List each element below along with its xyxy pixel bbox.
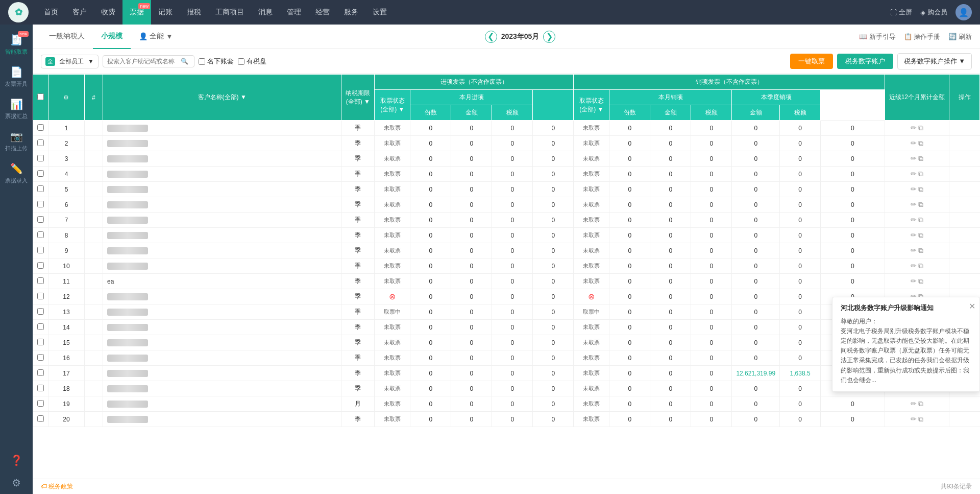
sidebar-item-scan[interactable]: 📷 扫描上传: [0, 125, 33, 157]
has-tax-filter[interactable]: 有税盘: [238, 57, 266, 66]
sub-account-checkbox[interactable]: [199, 58, 205, 65]
user-avatar[interactable]: 👤: [955, 4, 972, 20]
copy-icon[interactable]: ⧉: [918, 124, 923, 132]
edit-icon[interactable]: ✏: [911, 415, 917, 423]
row-check[interactable]: [33, 136, 48, 151]
nav-customer[interactable]: 客户: [65, 0, 94, 25]
row-check[interactable]: [33, 243, 48, 258]
row-check[interactable]: [33, 182, 48, 197]
row-name[interactable]: [103, 366, 341, 381]
row-name[interactable]: [103, 381, 341, 396]
edit-icon[interactable]: ✏: [911, 185, 917, 193]
th-config[interactable]: ⚙: [48, 75, 85, 121]
row-name[interactable]: [103, 243, 341, 258]
row-check[interactable]: [33, 167, 48, 182]
row-check[interactable]: [33, 381, 48, 396]
row-name[interactable]: [103, 228, 341, 243]
row-name[interactable]: [103, 121, 341, 136]
sidebar-item-summary[interactable]: 📊 票据汇总: [0, 93, 33, 125]
copy-icon[interactable]: ⧉: [918, 154, 923, 162]
row-name[interactable]: [103, 396, 341, 412]
th-out-status[interactable]: 取票状态(全部) ▼: [574, 90, 609, 121]
row-check[interactable]: [33, 396, 48, 412]
edit-icon[interactable]: ✏: [911, 277, 917, 285]
next-month-btn[interactable]: ❯: [543, 31, 555, 43]
new-guide-btn[interactable]: 📖 新手引导: [859, 32, 896, 41]
edit-icon[interactable]: ✏: [911, 139, 917, 147]
row-name[interactable]: [103, 151, 341, 167]
copy-icon[interactable]: ⧉: [918, 185, 923, 193]
row-name[interactable]: [103, 289, 341, 304]
row-check[interactable]: [33, 197, 48, 213]
refresh-btn[interactable]: 🔄 刷新: [948, 32, 972, 41]
copy-icon[interactable]: ⧉: [918, 170, 923, 178]
tab-all[interactable]: 👤 全能 ▼: [131, 25, 181, 49]
nav-message[interactable]: 消息: [251, 0, 280, 25]
nav-manage[interactable]: 管理: [280, 0, 308, 25]
copy-icon[interactable]: ⧉: [918, 277, 923, 285]
tab-small-scale[interactable]: 小规模: [93, 25, 131, 49]
row-check[interactable]: [33, 258, 48, 274]
employee-filter[interactable]: 全 全部员工 ▼: [41, 55, 99, 68]
copy-icon[interactable]: ⧉: [918, 399, 923, 408]
nav-settings[interactable]: 设置: [365, 0, 394, 25]
row-name[interactable]: [103, 335, 341, 350]
nav-service[interactable]: 服务: [337, 0, 365, 25]
fullscreen-btn[interactable]: ⛶ 全屏: [890, 8, 912, 17]
edit-icon[interactable]: ✏: [911, 246, 917, 254]
copy-icon[interactable]: ⧉: [918, 200, 923, 208]
nav-invoice[interactable]: 票据 new: [122, 0, 151, 25]
edit-icon[interactable]: ✏: [911, 216, 917, 224]
select-all-checkbox[interactable]: [37, 93, 44, 100]
nav-home[interactable]: 首页: [37, 0, 65, 25]
prev-month-btn[interactable]: ❮: [485, 31, 497, 43]
edit-icon[interactable]: ✏: [911, 124, 917, 132]
row-name[interactable]: [103, 304, 341, 320]
row-name[interactable]: [103, 167, 341, 182]
tab-general[interactable]: 一般纳税人: [41, 25, 93, 49]
th-name[interactable]: 客户名称(全部) ▼: [103, 75, 341, 121]
row-check[interactable]: [33, 274, 48, 289]
sidebar-item-smart-invoice[interactable]: 🧾 智能取票 new: [0, 29, 33, 61]
copy-icon[interactable]: ⧉: [918, 415, 923, 423]
sidebar-item-bottom[interactable]: ⚙: [0, 472, 33, 494]
nav-accounting[interactable]: 记账: [151, 0, 180, 25]
copy-icon[interactable]: ⧉: [918, 262, 923, 270]
member-btn[interactable]: ◈ 购会员: [920, 8, 947, 17]
row-name[interactable]: [103, 320, 341, 335]
manual-btn[interactable]: 📋 操作手册: [904, 32, 941, 41]
row-check[interactable]: [33, 320, 48, 335]
row-check[interactable]: [33, 412, 48, 427]
edit-icon[interactable]: ✏: [911, 231, 917, 239]
tax-ops-btn[interactable]: 税务数字账户操作 ▼: [897, 53, 972, 69]
th-period[interactable]: 纳税期限(全部) ▼: [341, 75, 375, 121]
tax-policy-link[interactable]: 🏷 税务政策: [41, 482, 73, 491]
nav-fee[interactable]: 收费: [94, 0, 122, 25]
one-click-btn[interactable]: 一键取票: [790, 54, 833, 69]
copy-icon[interactable]: ⧉: [918, 246, 923, 254]
row-check[interactable]: [33, 350, 48, 366]
row-check[interactable]: [33, 213, 48, 228]
sub-account-filter[interactable]: 名下账套: [199, 57, 234, 66]
search-input[interactable]: [107, 58, 179, 65]
has-tax-checkbox[interactable]: [238, 58, 244, 65]
row-name[interactable]: [103, 182, 341, 197]
sidebar-item-help[interactable]: ❓: [0, 449, 33, 472]
nav-business[interactable]: 工商项目: [208, 0, 251, 25]
edit-icon[interactable]: ✏: [911, 170, 917, 178]
row-name[interactable]: [103, 258, 341, 274]
search-icon[interactable]: 🔍: [181, 58, 188, 65]
edit-icon[interactable]: ✏: [911, 399, 917, 408]
row-name[interactable]: ea: [103, 274, 341, 289]
tax-digital-btn[interactable]: 税务数字账户: [837, 54, 893, 69]
copy-icon[interactable]: ⧉: [918, 139, 923, 147]
row-check[interactable]: [33, 304, 48, 320]
row-check[interactable]: [33, 366, 48, 381]
nav-tax[interactable]: 报税: [180, 0, 208, 25]
edit-icon[interactable]: ✏: [911, 200, 917, 208]
edit-icon[interactable]: ✏: [911, 154, 917, 162]
row-name[interactable]: [103, 350, 341, 366]
row-check[interactable]: [33, 335, 48, 350]
row-name[interactable]: [103, 213, 341, 228]
th-in-status[interactable]: 取票状态(全部) ▼: [375, 90, 410, 121]
